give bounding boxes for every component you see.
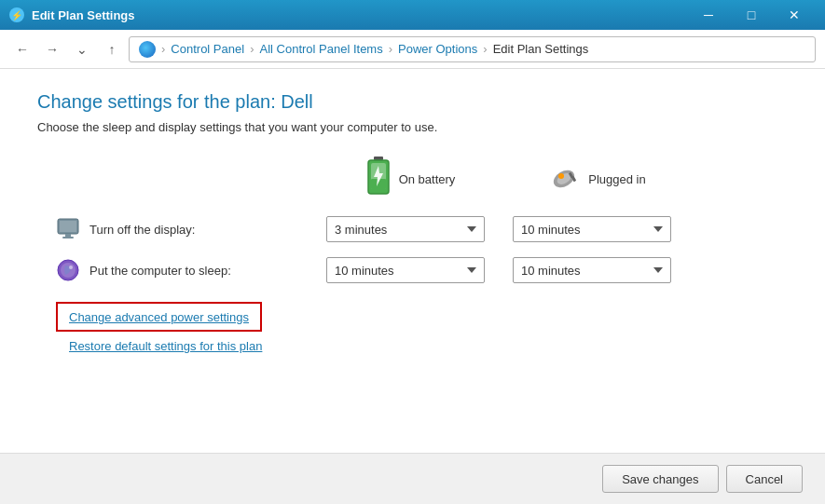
recent-button[interactable]: ⌄: [69, 36, 95, 62]
links-section: Change advanced power settings Restore d…: [56, 302, 788, 353]
breadcrumb-current: Edit Plan Settings: [493, 42, 589, 56]
settings-header: On battery Plugged in: [56, 157, 788, 201]
title-bar-icon: ⚡: [9, 7, 24, 22]
display-icon: [56, 217, 80, 241]
minimize-button[interactable]: ─: [687, 0, 730, 30]
on-battery-label: On battery: [399, 172, 456, 186]
sleep-on-battery-dropdown[interactable]: 1 minute 2 minutes 3 minutes 5 minutes 1…: [326, 257, 485, 283]
close-button[interactable]: ✕: [773, 0, 816, 30]
title-bar-controls: ─ □ ✕: [687, 0, 816, 30]
globe-icon: [139, 41, 156, 58]
display-on-battery-dropdown[interactable]: 1 minute 2 minutes 3 minutes 5 minutes 1…: [326, 216, 485, 242]
breadcrumb-power-options[interactable]: Power Options: [398, 42, 477, 56]
up-button[interactable]: ↑: [99, 36, 125, 62]
sleep-setting-row: Put the computer to sleep: 1 minute 2 mi…: [56, 257, 788, 283]
svg-rect-15: [62, 237, 74, 238]
svg-text:⚡: ⚡: [11, 9, 23, 21]
display-setting-row: Turn off the display: 1 minute 2 minutes…: [56, 216, 788, 242]
sleep-icon: [56, 258, 80, 282]
svg-point-9: [558, 173, 564, 179]
battery-icon: [365, 157, 392, 201]
cancel-button[interactable]: Cancel: [726, 465, 803, 493]
display-plugged-in-wrapper: 1 minute 2 minutes 3 minutes 5 minutes 1…: [503, 216, 690, 242]
plug-icon: [547, 164, 581, 194]
sleep-setting-label: Put the computer to sleep:: [89, 264, 231, 278]
content-area: Change settings for the plan: Dell Choos…: [0, 69, 825, 453]
display-plugged-in-dropdown[interactable]: 1 minute 2 minutes 3 minutes 5 minutes 1…: [513, 216, 671, 242]
back-button[interactable]: ←: [9, 36, 35, 62]
on-battery-header: On battery: [317, 157, 503, 201]
footer: Save changes Cancel: [0, 453, 825, 504]
breadcrumb-control-panel[interactable]: Control Panel: [171, 42, 244, 56]
sleep-plugged-in-wrapper: 1 minute 2 minutes 3 minutes 5 minutes 1…: [503, 257, 690, 283]
advanced-link-wrapper: Change advanced power settings: [56, 302, 262, 332]
page-title: Change settings for the plan: Dell: [37, 91, 788, 113]
display-on-battery-wrapper: 1 minute 2 minutes 3 minutes 5 minutes 1…: [317, 216, 503, 242]
sleep-on-battery-wrapper: 1 minute 2 minutes 3 minutes 5 minutes 1…: [317, 257, 503, 283]
nav-bar: ← → ⌄ ↑ › Control Panel › All Control Pa…: [0, 30, 825, 69]
svg-point-18: [69, 266, 73, 269]
plugged-in-label: Plugged in: [588, 172, 645, 186]
save-changes-button[interactable]: Save changes: [602, 465, 718, 493]
sleep-plugged-in-dropdown[interactable]: 1 minute 2 minutes 3 minutes 5 minutes 1…: [513, 257, 671, 283]
page-subtitle: Choose the sleep and display settings th…: [37, 120, 788, 134]
title-bar-title: Edit Plan Settings: [32, 8, 135, 22]
breadcrumb-all-items[interactable]: All Control Panel Items: [259, 42, 382, 56]
forward-button[interactable]: →: [39, 36, 65, 62]
address-bar: › Control Panel › All Control Panel Item…: [129, 36, 816, 62]
display-setting-label: Turn off the display:: [89, 223, 195, 237]
svg-rect-14: [65, 234, 71, 237]
sleep-label: Put the computer to sleep:: [56, 258, 317, 282]
title-bar: ⚡ Edit Plan Settings ─ □ ✕: [0, 0, 825, 30]
maximize-button[interactable]: □: [730, 0, 773, 30]
plugged-in-header: Plugged in: [503, 164, 690, 194]
main-content: Change settings for the plan: Dell Choos…: [0, 69, 825, 504]
svg-rect-13: [60, 221, 76, 232]
advanced-power-settings-link[interactable]: Change advanced power settings: [69, 310, 249, 324]
restore-defaults-link[interactable]: Restore default settings for this plan: [69, 339, 788, 353]
display-label: Turn off the display:: [56, 217, 317, 241]
